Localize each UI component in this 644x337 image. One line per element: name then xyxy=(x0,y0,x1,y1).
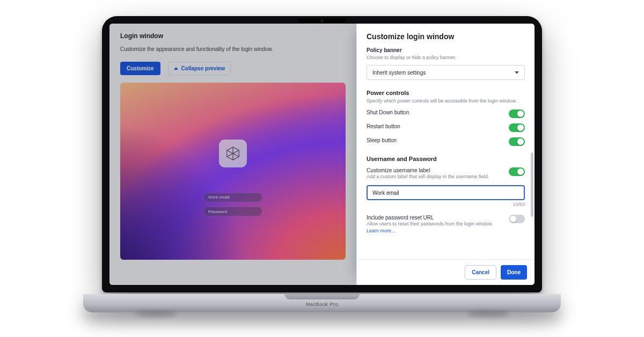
username-password-heading: Username and Password xyxy=(367,156,525,162)
power-restart-toggle[interactable] xyxy=(509,123,525,132)
password-reset-hint: Allow users to reset their passwords fro… xyxy=(367,221,503,233)
power-sleep-toggle[interactable] xyxy=(509,137,525,146)
password-reset-toggle[interactable] xyxy=(509,215,525,223)
username-label-charcount: 10/83 xyxy=(367,202,525,207)
password-reset-label: Include password reset URL xyxy=(367,215,503,221)
login-preview: Work email Password xyxy=(120,83,346,260)
power-shutdown-toggle[interactable] xyxy=(509,109,525,118)
preview-password-field: Password xyxy=(203,207,262,216)
customize-username-label: Customize username label xyxy=(367,167,503,173)
collapse-preview-button[interactable]: Collapse preview xyxy=(168,62,231,75)
policy-banner-select[interactable]: Inherit system settings xyxy=(367,65,525,80)
customize-button[interactable]: Customize xyxy=(120,62,160,75)
customize-drawer: Customize login window Policy banner Cho… xyxy=(356,24,535,285)
policy-banner-hint: Choose to display or hide a policy banne… xyxy=(367,54,525,61)
drawer-title: Customize login window xyxy=(367,32,525,41)
done-button-label: Done xyxy=(507,269,521,275)
learn-more-link[interactable]: Learn more… xyxy=(367,228,396,233)
customize-button-label: Customize xyxy=(127,65,154,71)
done-button[interactable]: Done xyxy=(501,265,527,280)
power-controls-hint: Specify which power controls will be acc… xyxy=(367,98,525,104)
chevron-down-icon xyxy=(515,71,519,74)
page-title: Login window xyxy=(120,32,346,40)
chevron-up-icon xyxy=(174,67,178,70)
cancel-button-label: Cancel xyxy=(472,269,489,275)
power-sleep-label: Sleep button xyxy=(367,137,397,143)
customize-username-toggle[interactable] xyxy=(509,167,525,176)
collapse-preview-label: Collapse preview xyxy=(181,65,225,71)
power-shutdown-label: Shut Down button xyxy=(367,109,409,115)
power-restart-label: Restart button xyxy=(367,123,400,129)
device-brand: MacBook Pro xyxy=(306,302,339,307)
customize-username-hint: Add a custom label that will display in … xyxy=(367,173,503,180)
preview-username-field: Work email xyxy=(203,193,262,202)
drawer-scrollbar[interactable] xyxy=(531,152,533,217)
policy-banner-selected: Inherit system settings xyxy=(372,70,426,76)
power-controls-heading: Power controls xyxy=(367,90,525,96)
preview-avatar-icon xyxy=(219,140,247,167)
policy-banner-label: Policy banner xyxy=(367,47,525,53)
camera-notch xyxy=(320,19,324,23)
cancel-button[interactable]: Cancel xyxy=(465,265,496,280)
page-subtitle: Customize the appearance and functionali… xyxy=(120,46,346,52)
username-label-input[interactable] xyxy=(367,185,525,200)
